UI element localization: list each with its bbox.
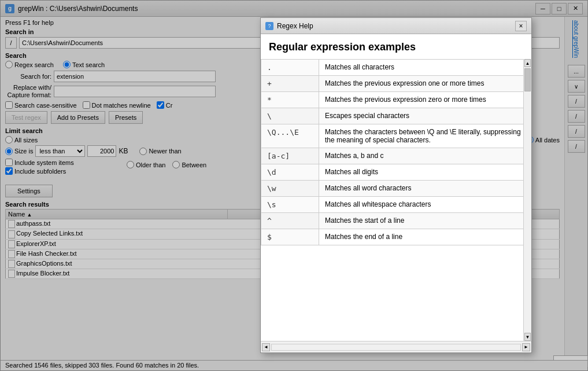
regex-table-row: + Matches the previous expression one or… xyxy=(261,76,531,92)
dialog-vscroll[interactable]: ▲ ▼ xyxy=(523,59,531,341)
regex-symbol: + xyxy=(261,76,319,92)
dialog-title-bar: ? Regex Help × xyxy=(261,18,531,34)
regex-table-row: [a-c] Matches a, b and c xyxy=(261,148,531,164)
regex-table-row: . Matches all characters xyxy=(261,60,531,76)
regex-symbol: . xyxy=(261,60,319,76)
regex-symbol: * xyxy=(261,92,319,108)
regex-table: . Matches all characters + Matches the p… xyxy=(261,59,531,245)
regex-symbol: \w xyxy=(261,181,319,197)
regex-table-row: \ Escapes special characters xyxy=(261,108,531,124)
regex-description: Matches the end of a line xyxy=(319,229,531,245)
regex-description: Matches the previous expression zero or … xyxy=(319,92,531,108)
vscroll-up-btn[interactable]: ▲ xyxy=(524,59,531,67)
hscroll-right-btn[interactable]: ► xyxy=(522,343,530,351)
regex-description: Matches all digits xyxy=(319,164,531,181)
dialog-heading: Regular expression examples xyxy=(261,34,531,59)
regex-symbol: \Q...\E xyxy=(261,124,319,148)
hscroll-track[interactable] xyxy=(271,344,521,351)
hscroll-left-btn[interactable]: ◄ xyxy=(262,343,270,351)
regex-table-row: \d Matches all digits xyxy=(261,164,531,181)
regex-table-row: ^ Matches the start of a line xyxy=(261,213,531,229)
regex-dialog: ? Regex Help × Regular expression exampl… xyxy=(260,17,532,353)
dialog-hscroll: ◄ ► xyxy=(261,341,531,352)
regex-symbol: $ xyxy=(261,229,319,245)
regex-symbol: [a-c] xyxy=(261,148,319,164)
regex-description: Matches all characters xyxy=(319,60,531,76)
vscroll-thumb[interactable] xyxy=(524,68,531,91)
regex-description: Matches a, b and c xyxy=(319,148,531,164)
regex-table-row: * Matches the previous expression zero o… xyxy=(261,92,531,108)
regex-symbol: ^ xyxy=(261,213,319,229)
regex-table-row: \Q...\E Matches the characters between \… xyxy=(261,124,531,148)
regex-table-row: $ Matches the end of a line xyxy=(261,229,531,245)
dialog-content: Regular expression examples . Matches al… xyxy=(261,34,531,352)
regex-table-row: \w Matches all word characters xyxy=(261,181,531,197)
regex-description: Matches all word characters xyxy=(319,181,531,197)
regex-description: Matches the characters between \Q and \E… xyxy=(319,124,531,148)
regex-table-row: \s Matches all whitespace characters xyxy=(261,197,531,213)
regex-description: Matches the start of a line xyxy=(319,213,531,229)
regex-symbol: \ xyxy=(261,108,319,124)
regex-description: Matches the previous expression one or m… xyxy=(319,76,531,92)
dialog-title: Regex Help xyxy=(277,22,515,30)
dialog-icon: ? xyxy=(265,22,273,30)
vscroll-down-btn[interactable]: ▼ xyxy=(524,333,531,341)
regex-description: Escapes special characters xyxy=(319,108,531,124)
regex-symbol: \s xyxy=(261,197,319,213)
dialog-close-button[interactable]: × xyxy=(515,21,527,31)
regex-description: Matches all whitespace characters xyxy=(319,197,531,213)
regex-symbol: \d xyxy=(261,164,319,181)
